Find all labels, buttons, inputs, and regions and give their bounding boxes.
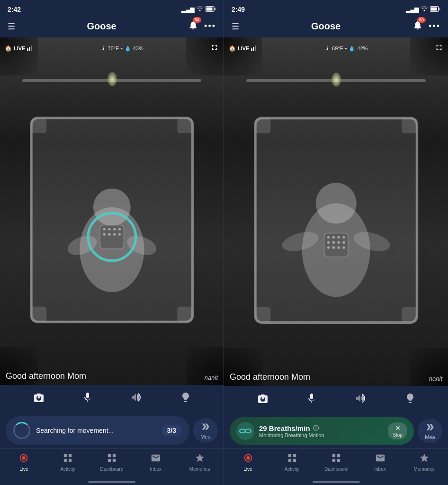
svg-point-54	[337, 241, 340, 244]
svg-point-58	[337, 247, 340, 249]
app-header-left: ☰ Goose 50 •••	[0, 17, 224, 37]
light-btn-left[interactable]	[181, 392, 190, 406]
breathing-rate-right: 29 Breaths/min ⓘ	[259, 424, 383, 432]
tab-label-dashboard-left: Dashboard	[100, 467, 124, 472]
camera-view-right[interactable]: 🏠 LIVE 🌡 69°F • 💧 42%	[224, 37, 448, 386]
svg-point-18	[103, 233, 105, 236]
weather-info-left: 🌡 70°F • 💧 43%	[101, 46, 143, 52]
activity-tab-icon-right	[287, 453, 297, 465]
svg-point-63	[240, 429, 245, 433]
close-icon-right: ✕	[395, 424, 401, 432]
svg-rect-36	[431, 7, 437, 10]
svg-point-19	[108, 233, 110, 236]
camera-bg-left: 🏠 LIVE 🌡 70°F • 💧 43%	[0, 37, 224, 385]
camera-btn-right[interactable]	[257, 393, 269, 406]
tab-live-right[interactable]: Live	[234, 453, 262, 472]
svg-rect-7	[177, 307, 192, 322]
svg-rect-24	[31, 46, 32, 51]
svg-point-64	[245, 429, 251, 433]
tab-inbox-right[interactable]: Inbox	[366, 453, 394, 472]
live-tab-icon-left	[18, 453, 29, 465]
svg-point-59	[342, 247, 345, 249]
house-icon-left: 🏠	[5, 45, 12, 52]
menu-icon-right[interactable]: ☰	[232, 21, 239, 32]
greeting-text-right: Good afternoon Mom	[230, 372, 310, 382]
spinner-left	[13, 422, 30, 439]
svg-point-16	[113, 228, 116, 230]
status-bar-left: 2:42 ▂▄▆	[0, 0, 224, 17]
tab-live-left[interactable]: Live	[9, 453, 38, 472]
svg-point-57	[332, 247, 334, 249]
tab-activity-right[interactable]: Activity	[278, 453, 306, 472]
svg-rect-23	[29, 47, 30, 51]
more-icon-left[interactable]: •••	[204, 21, 216, 31]
header-right-left: 50 •••	[188, 20, 216, 33]
camera-btn-left[interactable]	[33, 393, 45, 405]
count-badge-left: 3/3	[161, 425, 182, 436]
searching-text-left: Searching for movement...	[36, 427, 156, 434]
svg-rect-5	[177, 118, 192, 133]
svg-rect-34	[113, 459, 116, 462]
svg-rect-41	[255, 307, 270, 322]
mic-btn-right[interactable]	[307, 393, 316, 407]
svg-point-49	[332, 236, 334, 238]
dashboard-tab-icon-left	[107, 453, 117, 465]
mea-pill-left[interactable]: Mea	[193, 418, 218, 443]
svg-point-52	[327, 241, 330, 244]
wifi-icon-left	[196, 6, 204, 13]
svg-rect-68	[293, 454, 296, 457]
notification-button-right[interactable]: 50	[412, 20, 423, 33]
more-icon-right[interactable]: •••	[429, 21, 440, 31]
speaker-btn-right[interactable]	[355, 393, 367, 406]
svg-rect-74	[337, 459, 340, 462]
camera-bg-right: 🏠 LIVE 🌡 69°F • 💧 42%	[224, 37, 448, 386]
bell-icon-right	[412, 22, 423, 32]
live-indicator-left: 🏠 LIVE	[5, 45, 34, 52]
light-bulb-left	[108, 72, 117, 86]
speaker-btn-left[interactable]	[130, 393, 143, 405]
live-text-right: LIVE	[238, 46, 249, 51]
battery-icon-right	[430, 6, 440, 13]
status-bottom-right: 29 Breaths/min ⓘ Monitoring Breathing Mo…	[224, 413, 448, 448]
info-icon-right[interactable]: ⓘ	[313, 424, 319, 432]
svg-rect-69	[288, 459, 291, 462]
svg-rect-1	[206, 7, 213, 10]
time-right: 2:49	[232, 6, 245, 13]
crib-svg-left	[27, 90, 197, 350]
signal-icon-left: ▂▄▆	[181, 6, 194, 13]
camera-overlay-top-right: 🏠 LIVE 🌡 69°F • 💧 42%	[224, 41, 448, 55]
svg-point-55	[342, 241, 345, 244]
tab-activity-left[interactable]: Activity	[54, 453, 82, 472]
status-icons-left: ▂▄▆	[181, 6, 216, 13]
tab-memories-right[interactable]: Memories	[410, 453, 439, 472]
house-icon-right: 🏠	[229, 45, 236, 52]
searching-pill-left: Searching for movement... 3/3	[6, 416, 189, 445]
memories-tab-icon-left	[195, 453, 205, 465]
fullscreen-icon-left[interactable]	[210, 43, 219, 54]
mea-content-right: Mea	[425, 422, 435, 440]
light-btn-right[interactable]	[405, 393, 415, 407]
camera-view-left[interactable]: 🏠 LIVE 🌡 70°F • 💧 43%	[0, 37, 224, 385]
status-bottom-left: Searching for movement... 3/3 Mea	[0, 412, 224, 448]
inbox-tab-icon-right	[375, 453, 385, 465]
mic-btn-left[interactable]	[83, 392, 92, 406]
svg-rect-40	[402, 118, 417, 133]
stop-button-right[interactable]: ✕ Stop	[388, 422, 407, 439]
tab-dashboard-left[interactable]: Dashboard	[98, 453, 126, 472]
tab-memories-left[interactable]: Memories	[186, 453, 214, 472]
menu-icon-left[interactable]: ☰	[8, 21, 15, 32]
breathing-pill-right: 29 Breaths/min ⓘ Monitoring Breathing Mo…	[230, 417, 414, 445]
fullscreen-icon-right[interactable]	[435, 43, 443, 54]
tab-label-live-right: Live	[243, 467, 252, 472]
tab-dashboard-right[interactable]: Dashboard	[322, 453, 350, 472]
left-phone-panel: 2:42 ▂▄▆ ☰ Goose	[0, 0, 224, 485]
tab-inbox-left[interactable]: Inbox	[142, 453, 170, 472]
live-tab-icon-right	[243, 453, 253, 465]
mea-pill-right[interactable]: Mea	[418, 419, 442, 443]
home-indicator-left	[88, 481, 135, 483]
notification-button-left[interactable]: 50	[188, 20, 198, 33]
tab-bar-left: Live Activity Dashboard Inbox Memories	[0, 448, 224, 481]
header-title-left: Goose	[87, 21, 116, 32]
app-header-right: ☰ Goose 50 •••	[224, 17, 448, 37]
svg-rect-62	[255, 46, 256, 51]
